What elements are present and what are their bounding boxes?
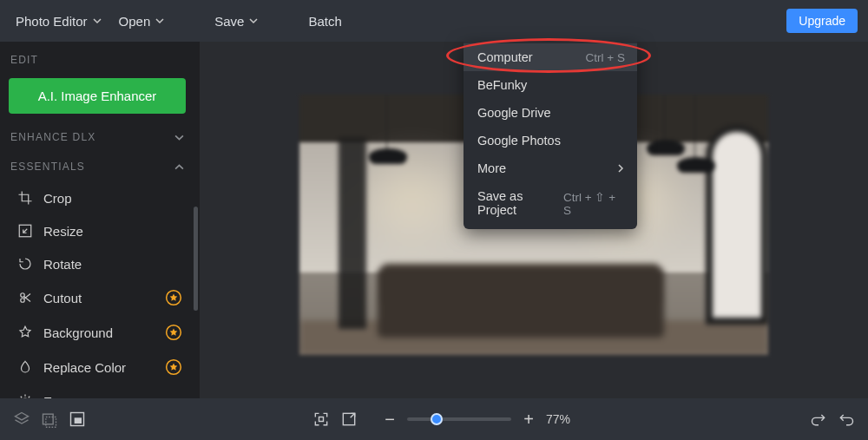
sidebar-scrollbar-thumb[interactable] [194,207,198,311]
batch-button[interactable]: Batch [296,9,353,34]
open-menu-button[interactable]: Open [107,9,177,34]
top-bar: Photo Editor Open Save Batch Upgrade [0,0,868,42]
shortcut-label: Ctrl + S [586,51,625,64]
sidebar-scrollbar[interactable] [194,207,198,363]
save-option-google-drive[interactable]: Google Drive [464,99,637,127]
layers-icon[interactable] [12,410,31,429]
tool-background[interactable]: Background [0,315,194,350]
upgrade-button[interactable]: Upgrade [786,9,858,33]
crop-icon [17,190,33,206]
rotate-icon [17,256,33,272]
shortcut-label: Ctrl + ⇧ + S [563,190,625,217]
tool-label: Exposure [43,394,98,399]
sidebar: EDIT A.I. Image Enhancer ENHANCE DLX ESS… [0,42,200,398]
premium-star-icon [165,358,182,376]
chevron-down-icon [93,16,102,25]
zoom-out-button[interactable]: − [381,410,398,430]
zoom-in-button[interactable]: + [520,410,537,430]
replacecolor-icon [17,359,33,375]
zoom-slider-thumb[interactable] [431,413,443,425]
tool-label: Rotate [43,257,82,272]
panel-essentials[interactable]: ESSENTIALS [0,152,194,181]
bottom-bar: − + 77% [0,398,868,440]
tool-label: Background [43,325,113,340]
chevron-right-icon [616,164,625,173]
chevron-down-icon [174,133,184,142]
body: EDIT A.I. Image Enhancer ENHANCE DLX ESS… [0,42,868,398]
tool-crop[interactable]: Crop [0,181,194,214]
tool-exposure[interactable]: Exposure [0,384,194,398]
save-option-save-as-project[interactable]: Save as ProjectCtrl + ⇧ + S [464,182,637,224]
save-option-befunky[interactable]: BeFunky [464,71,637,99]
background-icon [17,325,33,340]
save-option-computer[interactable]: ComputerCtrl + S [464,43,637,71]
dropdown-item-label: Google Photos [477,134,561,148]
chevron-down-icon [249,16,258,25]
dropdown-item-label: More [477,161,506,175]
svg-rect-13 [319,417,324,422]
brand-switcher[interactable]: Photo Editor [10,10,107,32]
chevron-down-icon [155,16,164,25]
ai-image-enhancer-label: A.I. Image Enhancer [38,89,157,103]
premium-star-icon [165,289,182,306]
exposure-icon [17,393,33,398]
svg-rect-9 [43,414,54,424]
tool-label: Crop [43,191,72,206]
save-option-more[interactable]: More [464,154,637,182]
dropdown-item-label: Google Drive [477,106,551,120]
upgrade-label: Upgrade [799,14,845,28]
compare-icon[interactable] [40,410,59,429]
actual-size-icon[interactable] [339,410,358,429]
chevron-up-icon [174,162,184,172]
canvas-extent-icon[interactable] [68,410,87,429]
tool-resize[interactable]: Resize [0,214,194,247]
section-label-edit: EDIT [0,42,194,73]
save-menu-button[interactable]: Save [202,9,270,34]
premium-star-icon [165,324,182,341]
tool-rotate[interactable]: Rotate [0,247,194,280]
svg-rect-10 [46,417,56,428]
fit-screen-icon[interactable] [312,410,331,429]
zoom-slider[interactable] [407,417,511,421]
save-dropdown: ComputerCtrl + SBeFunkyGoogle DriveGoogl… [464,42,637,229]
tool-label: Replace Color [43,360,126,375]
tool-label: Resize [43,224,83,239]
ai-image-enhancer-button[interactable]: A.I. Image Enhancer [9,78,186,114]
zoom-percent-label: 77% [546,412,584,426]
redo-icon[interactable] [809,410,828,429]
tool-replacecolor[interactable]: Replace Color [0,350,194,384]
save-label: Save [214,14,244,29]
resize-icon [17,223,33,239]
panel-label: ENHANCE DLX [10,131,96,143]
undo-icon[interactable] [837,410,856,429]
tool-label: Cutout [43,291,82,305]
tool-cutout[interactable]: Cutout [0,280,194,315]
dropdown-item-label: Save as Project [477,189,563,217]
cutout-icon [17,290,33,305]
svg-point-2 [21,299,25,303]
open-label: Open [119,14,151,29]
panel-enhance-dlx[interactable]: ENHANCE DLX [0,122,194,152]
save-option-google-photos[interactable]: Google Photos [464,127,637,154]
svg-rect-12 [75,417,82,424]
panel-label: ESSENTIALS [10,161,85,173]
dropdown-item-label: Computer [477,50,533,64]
tool-list: CropResizeRotateCutoutBackgroundReplace … [0,181,194,398]
batch-label: Batch [308,14,341,29]
dropdown-item-label: BeFunky [477,78,527,92]
brand-label: Photo Editor [16,14,88,29]
